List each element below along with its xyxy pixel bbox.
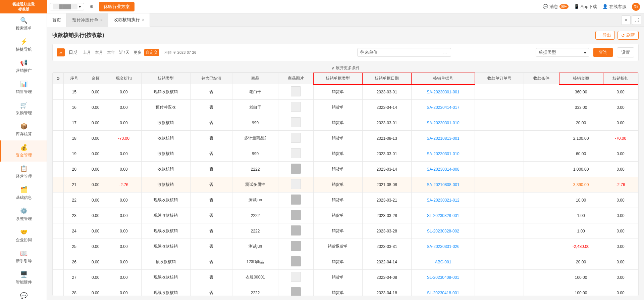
bill-no-link[interactable]: SA-20230314-008 bbox=[427, 167, 459, 172]
bill-no-link[interactable]: SA-20210813-001 bbox=[427, 136, 459, 141]
app-download-button[interactable]: 📱 App下载 bbox=[574, 4, 597, 10]
bill-no-link[interactable]: SA-20230301-010 bbox=[427, 152, 459, 156]
message-icon: 💬 bbox=[543, 4, 548, 9]
filter-date-this-year[interactable]: 本年 bbox=[106, 49, 116, 56]
user-avatar[interactable]: Rit bbox=[632, 3, 640, 11]
table-cell bbox=[53, 192, 64, 208]
tab-home[interactable]: 首页 bbox=[47, 13, 67, 27]
service-icon: 👤 bbox=[602, 4, 608, 9]
bill-no-link[interactable]: SA-20230414-017 bbox=[427, 105, 459, 110]
expand-more-row[interactable]: ∨ 展开更多条件 bbox=[52, 64, 639, 72]
sidebar-item-finance[interactable]: 💰 资金管理 bbox=[0, 140, 47, 162]
filter-date-more[interactable]: 更多 bbox=[132, 49, 143, 56]
table-cell[interactable]: SA-20230331-026 bbox=[411, 239, 475, 254]
table-cell[interactable]: SA-20230301-010 bbox=[411, 115, 475, 131]
sidebar-item-wechat[interactable]: 💬 企业微信 bbox=[0, 289, 47, 300]
tab-close-btn[interactable]: × bbox=[621, 15, 631, 25]
bill-no-link[interactable]: ABC-001 bbox=[435, 260, 451, 264]
refresh-button[interactable]: ↺ 刷新 bbox=[618, 31, 639, 40]
filter-dots-icon[interactable]: ... bbox=[442, 50, 448, 55]
sidebar-item-basic-info[interactable]: 🗂️ 基础信息 bbox=[0, 183, 47, 204]
table-cell[interactable]: SL-20230328-001 bbox=[411, 208, 475, 223]
message-button[interactable]: 💬 消息 99+ bbox=[543, 4, 569, 10]
table-cell[interactable]: SL-20230328-002 bbox=[411, 223, 475, 239]
filter-date-last-month[interactable]: 上月 bbox=[82, 49, 92, 56]
hardware-icon: 🖥️ bbox=[20, 271, 28, 278]
table-cell: 现续收款核销 bbox=[141, 223, 190, 239]
product-image bbox=[291, 164, 301, 174]
bill-no-link[interactable]: SA-20210808-001 bbox=[427, 182, 459, 187]
tab-close-receipt[interactable]: × bbox=[142, 17, 144, 22]
query-button[interactable]: 查询 bbox=[593, 48, 613, 57]
table-cell: 0.00 bbox=[106, 146, 142, 162]
sidebar-item-operations[interactable]: 📋 经营管理 bbox=[0, 162, 47, 183]
table-cell: 销货单 bbox=[313, 285, 362, 296]
table-cell: 0.00 bbox=[85, 254, 106, 270]
sidebar-item-search[interactable]: 🔍 搜索菜单 bbox=[0, 13, 47, 35]
table-cell: 否 bbox=[190, 115, 232, 131]
settings-button[interactable]: 设置 bbox=[617, 47, 634, 57]
table-cell[interactable]: SL-20230418-001 bbox=[411, 285, 475, 296]
sidebar-item-marketing[interactable]: 📢 营销推广 bbox=[0, 56, 47, 77]
filter-bill-type[interactable]: 单据类型 ▾ bbox=[536, 48, 589, 57]
sidebar-item-enterprise[interactable]: 🤝 企业协同 bbox=[0, 225, 47, 246]
table-cell[interactable]: SA-20230301-010 bbox=[411, 146, 475, 162]
bill-no-link[interactable]: SA-20230331-026 bbox=[427, 244, 459, 249]
tab-close-prepay[interactable]: × bbox=[100, 18, 103, 23]
bill-no-link[interactable]: SL-20230408-001 bbox=[427, 275, 459, 280]
table-cell[interactable]: SA-20230314-008 bbox=[411, 162, 475, 177]
filter-expand-button[interactable]: » bbox=[57, 48, 65, 56]
col-bill-no: 核销单据号 bbox=[411, 73, 475, 84]
table-cell[interactable]: SA-20230414-017 bbox=[411, 100, 475, 115]
table-cell: 23 bbox=[64, 208, 85, 223]
table-cell: 100.00 bbox=[559, 270, 603, 285]
filter-counterparty[interactable]: 往来单位 ... bbox=[357, 48, 451, 57]
online-service-button[interactable]: 👤 在线客服 bbox=[602, 4, 627, 10]
filter-date-custom[interactable]: 自定义 bbox=[144, 49, 159, 56]
table-cell[interactable]: SA-20210813-001 bbox=[411, 131, 475, 146]
data-table: ⚙ 序号 余额 现金折扣 核销类型 包含已结清 商品 商品图片 核销单据类型 核… bbox=[53, 73, 638, 296]
solution-button[interactable]: 休验行业方案 bbox=[99, 2, 135, 11]
sidebar-item-purchase[interactable]: 🛒 采购管理 bbox=[0, 98, 47, 119]
sidebar-item-guide[interactable]: 📖 新手引导 bbox=[0, 246, 47, 267]
system-icon: ⚙️ bbox=[20, 207, 28, 215]
tab-prepay[interactable]: 预付冲应付单 × bbox=[67, 13, 108, 27]
product-image bbox=[291, 195, 301, 205]
table-cell[interactable]: ABC-001 bbox=[411, 254, 475, 270]
tab-expand-btn[interactable]: ⛶ bbox=[632, 15, 641, 25]
table-cell: 10.00 bbox=[559, 192, 603, 208]
bill-no-link[interactable]: SL-20230418-001 bbox=[427, 291, 459, 295]
bill-no-link[interactable]: SL-20230328-002 bbox=[427, 229, 459, 233]
settings-icon[interactable]: ⚙ bbox=[87, 2, 96, 11]
table-cell: 2021-08-08 bbox=[362, 177, 411, 192]
table-cell bbox=[53, 208, 64, 223]
table-cell: 2023-03-01 bbox=[362, 115, 411, 131]
filter-counterparty-input[interactable] bbox=[380, 50, 442, 55]
filter-date-7days[interactable]: 近7天 bbox=[118, 49, 131, 56]
bill-no-link[interactable]: SA-20230321-012 bbox=[427, 198, 459, 203]
table-cell: 否 bbox=[190, 100, 232, 115]
table-cell[interactable]: SL-20230408-001 bbox=[411, 270, 475, 285]
table-cell: 否 bbox=[190, 285, 232, 296]
sidebar-item-system[interactable]: ⚙️ 系统管理 bbox=[0, 204, 47, 225]
company-selector[interactable]: ████ ▾ bbox=[50, 3, 84, 10]
bill-no-link[interactable]: SL-20230328-001 bbox=[427, 213, 459, 218]
table-cell: 25 bbox=[64, 239, 85, 254]
sidebar-item-inventory[interactable]: 📦 库存核算 bbox=[0, 119, 47, 140]
tab-receipt-verification[interactable]: 收款核销执行 × bbox=[108, 13, 150, 27]
chevron-down-icon: ▾ bbox=[584, 50, 586, 55]
table-cell[interactable]: SA-20210808-001 bbox=[411, 177, 475, 192]
bill-no-link[interactable]: SA-20230301-001 bbox=[427, 90, 459, 94]
export-button[interactable]: ↑ 导出 bbox=[595, 31, 615, 40]
table-cell[interactable]: SA-20230321-012 bbox=[411, 192, 475, 208]
sidebar-item-sales[interactable]: 📊 销售管理 bbox=[0, 77, 47, 98]
filter-bill-type-label: 单据类型 bbox=[539, 49, 583, 55]
sidebar-item-hardware[interactable]: 🖥️ 智能硬件 bbox=[0, 267, 47, 289]
sidebar-item-shortcuts[interactable]: ⚡ 快捷导航 bbox=[0, 35, 47, 56]
col-gear[interactable]: ⚙ bbox=[53, 73, 64, 84]
table-cell[interactable]: SA-20230301-001 bbox=[411, 84, 475, 100]
bill-no-link[interactable]: SA-20230301-010 bbox=[427, 121, 459, 125]
table-cell bbox=[524, 254, 559, 270]
tab-bar-actions: × ⛶ bbox=[621, 15, 644, 25]
filter-date-this-month[interactable]: 本月 bbox=[94, 49, 104, 56]
